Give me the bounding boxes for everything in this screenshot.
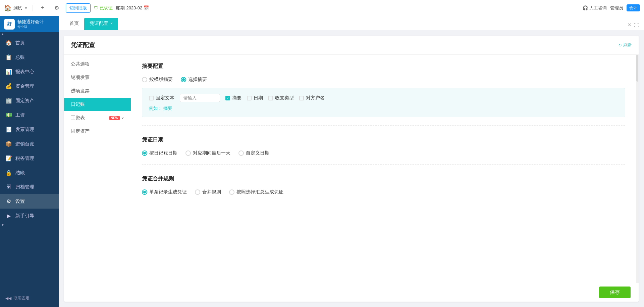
logo-text-block: 畅捷通好会计 专业版 [17,19,44,30]
date-option-diary[interactable]: 按日记账日期 [142,150,177,156]
radio-merge-rule [195,189,200,195]
merge-option-rule[interactable]: 合并规则 [195,189,221,195]
payroll-icon: 💵 [5,112,12,118]
sidebar-item-label: 报表中心 [15,69,34,75]
pin-icon: ◀◀ [5,296,11,301]
sidebar-item-sales[interactable]: 📦 进销台账 [0,137,59,151]
topbar: 🏠 测试 ▼ + ⚙ 切到旧版 🛡 已认证 账期 2023-02 📅 🎧 人工咨… [0,0,644,16]
date-option-period-last[interactable]: 对应期间最后一天 [185,150,230,156]
role-badge[interactable]: 会计 [627,4,640,11]
consult-button[interactable]: 🎧 人工咨询 [583,5,607,11]
company-selector[interactable]: 🏠 测试 ▼ [4,4,28,12]
archive-icon: 🗄 [5,184,12,190]
left-nav-sales-invoice[interactable]: 销项发票 [64,71,131,84]
sidebar-item-label: 工资 [15,112,25,118]
sidebar-item-settings[interactable]: ⚙ 设置 [0,194,59,209]
scroll-up-arrow[interactable]: ▲ [0,32,5,36]
manager-label[interactable]: 管理员 [610,5,623,11]
sidebar-item-close[interactable]: 🔒 结账 [0,166,59,180]
content-area: 凭证配置 ↻ 刷新 公共选项 销项发票 [59,30,644,307]
right-panel: 摘要配置 按模版摘要 选择摘要 [131,55,639,283]
home-icon: 🏠 [5,40,12,46]
sidebar-logo: 好 畅捷通好会计 专业版 [0,16,59,32]
checkbox-summary[interactable]: 摘要 [225,95,241,101]
sidebar-item-home[interactable]: 🏠 首页 [0,36,59,50]
section-summary: 摘要配置 按模版摘要 选择摘要 [142,63,625,126]
right-content: 摘要配置 按模版摘要 选择摘要 [131,55,636,283]
left-nav-diary[interactable]: 日记账 [64,98,131,111]
unpin-button[interactable]: ◀◀ 取消固定 [0,293,59,304]
left-nav-purchase-invoice[interactable]: 进项发票 [64,84,131,98]
funds-icon: 💰 [5,83,12,89]
scroll-down-arrow[interactable]: ▼ [0,223,5,226]
left-nav-fixed-assets[interactable]: 固定资产 [64,125,131,138]
refresh-button[interactable]: ↻ 刷新 [618,42,632,48]
sidebar-item-label: 总账 [15,54,25,60]
left-nav-public[interactable]: 公共选项 [64,57,131,71]
switch-version-button[interactable]: 切到旧版 [66,3,91,13]
calendar-icon[interactable]: 📅 [144,5,149,10]
sidebar-item-payroll[interactable]: 💵 工资 [0,108,59,122]
page-title: 凭证配置 [71,41,95,49]
sidebar-item-label: 资金管理 [15,83,34,89]
summary-option-template[interactable]: 按模版摘要 [142,77,173,83]
merge-option-single[interactable]: 单条记录生成凭证 [142,189,187,195]
save-button[interactable]: 保存 [599,287,631,298]
add-button[interactable]: + [38,3,48,13]
chevron-down-icon: ∨ [121,116,124,120]
tax-icon: 📝 [5,155,12,162]
logo-icon: 好 [4,19,15,30]
certified-badge: 🛡 已认证 [94,5,113,11]
right-scrollbar[interactable] [636,55,639,283]
sidebar-item-label: 结账 [15,170,25,176]
checkbox-counterpart[interactable]: 对方户名 [299,95,325,101]
sidebar-item-label: 设置 [15,199,25,205]
checkbox-date-box [247,96,252,100]
merge-radio-group: 单条记录生成凭证 合并规则 按照选择汇总生成凭证 [142,189,625,195]
company-name: 测试 [13,5,22,11]
section-summary-title: 摘要配置 [142,63,625,70]
sidebar: 好 畅捷通好会计 专业版 ▲ 🏠 首页 📋 总账 📊 报表中心 💰 [0,16,59,307]
sidebar-item-invoice[interactable]: 🧾 发票管理 [0,122,59,137]
sidebar-item-ledger[interactable]: 📋 总账 [0,50,59,64]
settings-button[interactable]: ⚙ [51,3,62,12]
date-option-custom[interactable]: 自定义日期 [238,150,269,156]
checkbox-counterpart-box [299,96,304,100]
sidebar-item-funds[interactable]: 💰 资金管理 [0,79,59,93]
summary-option-select[interactable]: 选择摘要 [181,77,207,83]
fullscreen-icon[interactable]: ⛶ [634,23,639,28]
sidebar-bottom: ◀◀ 取消固定 [0,289,59,307]
tab-home[interactable]: 首页 [64,18,84,30]
tab-close-icon[interactable]: × [110,21,113,26]
reports-icon: 📊 [5,69,12,75]
sales-icon: 📦 [5,141,12,147]
checkbox-type[interactable]: 收支类型 [268,95,294,101]
sidebar-item-guide[interactable]: ▶ 新手引导 [0,209,59,223]
example-row: 例如： 摘要 [149,105,618,112]
close-panel-icon[interactable]: × [628,21,631,29]
merge-option-summary-gen[interactable]: 按照选择汇总生成凭证 [229,189,283,195]
sidebar-item-label: 进销台账 [15,141,34,147]
left-nav-payroll-table[interactable]: 工资表 NEW ∨ [64,111,131,125]
chevron-down-icon: ▼ [24,6,28,10]
checkbox-type-box [268,96,273,100]
page-header: 凭证配置 ↻ 刷新 [64,36,639,55]
tab-voucher-config[interactable]: 凭证配置 × [84,18,118,30]
section-date-title: 凭证日期 [142,136,625,143]
radio-period-last [185,150,191,156]
new-badge: NEW [109,116,120,120]
section-merge: 凭证合并规则 单条记录生成凭证 合并规则 [142,175,625,203]
radio-single [142,189,147,195]
page-body: 公共选项 销项发票 进项发票 日记账 工资表 [64,55,639,283]
checkbox-fixed-text[interactable]: 固定文本 [149,95,174,101]
sidebar-item-reports[interactable]: 📊 报表中心 [0,64,59,79]
invoice-icon: 🧾 [5,126,12,133]
sidebar-item-tax[interactable]: 📝 税务管理 [0,151,59,166]
section-merge-title: 凭证合并规则 [142,175,625,182]
scrollbar-thumb[interactable] [636,55,638,82]
checkbox-date[interactable]: 日期 [247,95,263,101]
sidebar-item-archive[interactable]: 🗄 归档管理 [0,180,59,194]
sidebar-item-assets[interactable]: 🏢 固定资产 [0,93,59,108]
summary-radio-group: 按模版摘要 选择摘要 [142,77,625,83]
fixed-text-input[interactable] [180,94,220,102]
